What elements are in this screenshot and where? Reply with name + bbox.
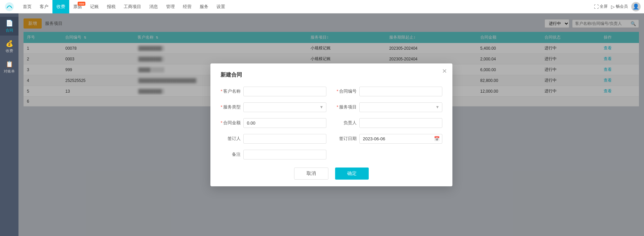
nav-invoice[interactable]: 票据new (69, 0, 86, 13)
customer-name-label: *客户名称 (220, 88, 241, 94)
avatar[interactable]: 👤 (631, 2, 641, 11)
top-navigation: 首页 客户 收费 票据new 记账 报税 工商项目 消息 管理 经营 服务 设置… (0, 0, 644, 13)
amount-label: *合同金额 (220, 120, 241, 126)
nav-business[interactable]: 工商项目 (120, 0, 145, 13)
required-star: * (220, 89, 222, 94)
cancel-button[interactable]: 取消 (294, 168, 328, 180)
signer-input[interactable] (243, 134, 326, 144)
fullscreen-button[interactable]: ⛶ 全屏 (594, 4, 608, 9)
service-type-select-wrapper: ▼ (243, 102, 326, 112)
signer-label: 签订人 (220, 136, 241, 142)
sidebar-item-contract[interactable]: 📄 合同 (0, 17, 18, 36)
nav-customer[interactable]: 客户 (36, 0, 52, 13)
sign-date-wrapper: 📅 (359, 134, 442, 144)
required-star: * (220, 104, 222, 109)
required-star: * (220, 120, 222, 125)
modal-title: 新建合同 (220, 72, 442, 79)
membership-button[interactable]: ▷ 畅会员 (611, 4, 628, 9)
service-item-select-wrapper: ▼ (359, 102, 442, 112)
form-group-service-type: *服务类型 ▼ (220, 102, 326, 112)
customer-name-input[interactable] (243, 87, 326, 96)
nav-operation[interactable]: 经营 (179, 0, 196, 13)
sidebar-item-fee[interactable]: 💰 收费 (0, 37, 18, 56)
form-row-2: *服务类型 ▼ *服务项目 (220, 102, 442, 112)
form-row-4: 签订人 签订日期 📅 (220, 134, 442, 144)
service-type-label: *服务类型 (220, 104, 241, 110)
statement-icon: 📋 (6, 60, 13, 68)
nav-settings[interactable]: 设置 (212, 0, 229, 13)
form-row-3: *合同金额 负责人 (220, 118, 442, 128)
sign-date-input[interactable] (359, 134, 442, 144)
close-button[interactable]: ✕ (442, 68, 447, 74)
nav-menu: 首页 客户 收费 票据new 记账 报税 工商项目 消息 管理 经营 服务 设置 (19, 0, 594, 13)
nav-message[interactable]: 消息 (145, 0, 162, 13)
contract-icon: 📄 (6, 19, 13, 27)
form-group-amount: *合同金额 (220, 118, 326, 128)
amount-input[interactable] (243, 118, 326, 128)
form-group-sign-date: 签订日期 📅 (336, 134, 442, 144)
app-logo (3, 1, 15, 13)
nav-tax[interactable]: 报税 (103, 0, 120, 13)
remark-label: 备注 (220, 151, 241, 157)
remark-input[interactable] (243, 150, 326, 159)
required-star: * (336, 104, 338, 109)
form-row-5: 备注 (220, 150, 442, 159)
nav-right-area: ⛶ 全屏 ▷ 畅会员 👤 (594, 2, 641, 11)
modal-footer: 取消 确定 (220, 168, 442, 180)
form-group-remark: 备注 (220, 150, 326, 159)
main-layout: 📄 合同 💰 收费 📋 对账单 新增 服务项目 进行中 已完成 已取消 (0, 13, 644, 236)
fee-icon: 💰 (6, 40, 13, 47)
content-area: 新增 服务项目 进行中 已完成 已取消 🔍 序号 合同编号 ⇅ (18, 13, 644, 236)
nav-manage[interactable]: 管理 (162, 0, 179, 13)
nav-fee[interactable]: 收费 (52, 0, 69, 13)
nav-service[interactable]: 服务 (196, 0, 212, 13)
required-star: * (336, 89, 338, 94)
service-type-select[interactable] (243, 102, 326, 112)
form-group-customer: *客户名称 (220, 87, 326, 96)
responsible-input[interactable] (359, 118, 442, 128)
responsible-label: 负责人 (336, 120, 357, 126)
form-row-1: *客户名称 *合同编号 (220, 87, 442, 96)
sidebar-item-statement[interactable]: 📋 对账单 (0, 58, 18, 77)
sign-date-label: 签订日期 (336, 136, 357, 142)
contract-no-input[interactable] (359, 87, 442, 96)
confirm-button[interactable]: 确定 (335, 168, 369, 180)
form-group-contract-no: *合同编号 (336, 87, 442, 96)
form-group-service-item: *服务项目 ▼ (336, 102, 442, 112)
modal-overlay: 新建合同 ✕ *客户名称 *合同编号 *服务类型 (18, 13, 644, 236)
form-group-signer: 签订人 (220, 134, 326, 144)
service-item-label: *服务项目 (336, 104, 357, 110)
contract-no-label: *合同编号 (336, 88, 357, 94)
form-group-responsible: 负责人 (336, 118, 442, 128)
svg-point-0 (5, 2, 14, 11)
new-contract-modal: 新建合同 ✕ *客户名称 *合同编号 *服务类型 (210, 63, 452, 186)
nav-home[interactable]: 首页 (19, 0, 36, 13)
sidebar: 📄 合同 💰 收费 📋 对账单 (0, 13, 18, 236)
nav-accounting[interactable]: 记账 (86, 0, 103, 13)
service-item-select[interactable] (359, 102, 442, 112)
new-badge: new (78, 2, 85, 6)
